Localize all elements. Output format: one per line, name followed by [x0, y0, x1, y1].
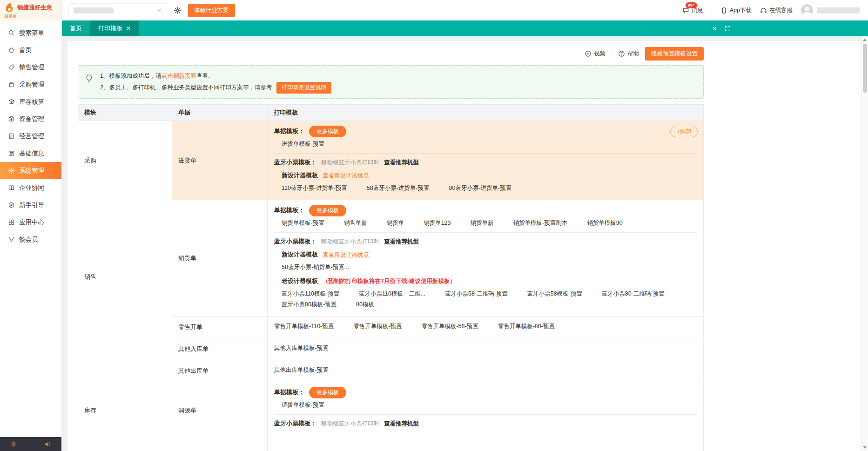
- sound-icon[interactable]: [44, 441, 51, 448]
- document-cell: 其他出库单: [172, 360, 268, 382]
- help-link[interactable]: 帮助: [618, 50, 639, 58]
- help-circle-icon: [618, 50, 625, 57]
- scrollbar[interactable]: [861, 36, 868, 451]
- help-label: 帮助: [627, 50, 639, 58]
- clipped-content-space: [274, 430, 697, 451]
- tabbar-actions: ✕: [712, 20, 731, 36]
- divider: [274, 232, 697, 233]
- sidebar-item-label: 应用中心: [19, 218, 44, 227]
- template-item[interactable]: 销货单模板-预置副本: [513, 219, 568, 227]
- doc-template-label: 单据模板：: [274, 388, 304, 397]
- template-list: 58蓝牙小票-销货单-预置...: [274, 261, 697, 275]
- print-scene-help-button[interactable]: 打印场景设置说明: [276, 82, 331, 94]
- template-item[interactable]: 零售开单模板-预置: [353, 323, 402, 330]
- template-item[interactable]: 零售开单模板-80-预置: [498, 323, 555, 330]
- user-menu[interactable]: [801, 4, 860, 16]
- sidebar-item-beginner-guide[interactable]: 新手引导: [0, 196, 61, 214]
- template-item[interactable]: 销售单新: [344, 219, 367, 227]
- column-header-module: 模块: [78, 105, 172, 121]
- sidebar-item-operations-management[interactable]: 经营管理: [0, 128, 61, 145]
- global-search-select[interactable]: [68, 3, 167, 17]
- quick-settings-gear-icon[interactable]: [174, 7, 182, 14]
- template-item[interactable]: 110蓝牙小票-进货单-预置: [282, 184, 347, 192]
- template-item[interactable]: 58蓝牙小票-进货单-预置: [367, 184, 430, 192]
- more-templates-button[interactable]: 更多模板: [309, 126, 346, 137]
- sidebar-item-member[interactable]: 畅会员: [0, 231, 61, 248]
- scrollbar-thumb[interactable]: [863, 44, 867, 93]
- template-item[interactable]: 80蓝牙小票-进货单-预置: [449, 184, 512, 192]
- sidebar-item-inventory-accounting[interactable]: 库存核算: [0, 93, 61, 110]
- video-link[interactable]: 视频: [585, 50, 606, 58]
- sidebar-item-system-management[interactable]: 系统管理: [0, 162, 61, 179]
- template-item[interactable]: 销货单: [387, 219, 404, 227]
- template-item[interactable]: 蓝牙小票110模板—二维...: [359, 290, 425, 298]
- notice-lines: 1、模板添加成功后，请点击刷新页面查看。 2、多员工、多打印机、多种业务类型设置…: [100, 70, 331, 94]
- template-item[interactable]: 零售开单模板-110-预置: [274, 323, 334, 330]
- tab-print-template[interactable]: 打印模板 ✕: [90, 20, 139, 36]
- template-item[interactable]: 蓝牙小票80模板-预置: [282, 301, 336, 309]
- tab-close-icon[interactable]: ✕: [126, 26, 131, 31]
- recommend-models-link[interactable]: 查看推荐机型: [384, 159, 419, 167]
- app-download-button[interactable]: App下载: [720, 7, 752, 14]
- template-list: 销货单模板-预置销售单新销货单销货单123销货单新销货单模板-预置副本销货单模板…: [274, 217, 697, 230]
- doc-template-label: 单据模板：: [274, 206, 304, 215]
- new-designer-benefits-link[interactable]: 查看新设计器优点: [323, 172, 369, 180]
- sidebar-item-label: 畅会员: [19, 236, 38, 244]
- template-list: 调拨单模板-预置: [274, 399, 697, 412]
- more-templates-button[interactable]: 更多模板: [309, 387, 346, 398]
- template-item[interactable]: 销货单模板90: [587, 219, 622, 227]
- sidebar: 畅捷通好生意 精易版 搜索菜单 首页 销售管理 采购管理 库存核算 资金管理: [0, 0, 62, 451]
- sidebar-item-basic-info[interactable]: 基础信息: [0, 145, 61, 162]
- recommend-models-link[interactable]: 查看推荐机型: [384, 238, 419, 246]
- template-item[interactable]: 蓝牙小票110模板-预置: [282, 290, 339, 298]
- sidebar-item-funds-management[interactable]: 资金管理: [0, 110, 61, 128]
- divider: [612, 51, 612, 57]
- sidebar-item-search-menu[interactable]: 搜索菜单: [0, 24, 61, 41]
- sidebar-item-sales-management[interactable]: 销售管理: [0, 59, 61, 76]
- sidebar-item-label: 企业协同: [19, 184, 44, 192]
- new-designer-benefits-link[interactable]: 查看新设计器优点: [323, 251, 369, 259]
- tabbar-close-icon[interactable]: ✕: [712, 26, 717, 32]
- template-item[interactable]: 蓝牙小票58模板-预置: [527, 290, 582, 298]
- recommend-models-link[interactable]: 查看推荐机型: [384, 420, 419, 428]
- fullscreen-icon[interactable]: [725, 26, 731, 32]
- messages-button[interactable]: 99+ 消息: [682, 7, 703, 14]
- template-list: 进货单模板-预置: [274, 138, 697, 151]
- template-item[interactable]: 80模板: [356, 301, 374, 309]
- template-item[interactable]: 其他入库单模板-预置: [274, 344, 329, 352]
- scroll-down-arrow[interactable]: [861, 444, 868, 451]
- template-item[interactable]: 蓝牙小票80-二维码-预置: [602, 290, 665, 298]
- template-item[interactable]: 销货单新: [471, 219, 494, 227]
- template-item[interactable]: 调拨单模板-预置: [282, 401, 324, 409]
- sidebar-item-home[interactable]: 首页: [0, 41, 61, 59]
- template-item[interactable]: 58蓝牙小票-销货单-预置...: [282, 263, 349, 271]
- video-label: 视频: [594, 50, 606, 58]
- list-icon: [8, 150, 15, 157]
- app-logo: 畅捷通好生意 精易版: [0, 0, 61, 20]
- scroll-up-arrow[interactable]: [861, 36, 868, 43]
- module-cell: 库存: [78, 382, 172, 451]
- settings-gear-icon[interactable]: [10, 441, 17, 447]
- hide-preset-template-button[interactable]: 隐藏预置模板设置: [645, 47, 704, 61]
- tab-label: 首页: [70, 24, 82, 33]
- sidebar-item-app-center[interactable]: 应用中心: [0, 214, 61, 231]
- sidebar-item-enterprise-collaboration[interactable]: 企业协同: [0, 179, 61, 196]
- template-item[interactable]: 进货单模板-预置: [282, 140, 324, 148]
- bluetooth-template-label: 蓝牙小票模板：: [274, 237, 316, 246]
- tab-home[interactable]: 首页: [62, 20, 90, 36]
- template-item[interactable]: 销货单模板-预置: [282, 219, 324, 227]
- sidebar-item-purchase-management[interactable]: 采购管理: [0, 76, 61, 93]
- more-templates-button[interactable]: 更多模板: [309, 205, 346, 216]
- chevron-down-icon: [156, 7, 162, 13]
- add-template-button[interactable]: +添加: [670, 126, 698, 137]
- notice-tip-2: 2、多员工、多打印机、多种业务类型设置不同打印方案等，请参考 打印场景设置说明: [100, 82, 331, 94]
- industry-solution-button[interactable]: 体验行业方案: [188, 4, 235, 17]
- template-item[interactable]: 零售开单模板-58-预置: [421, 323, 478, 330]
- sidebar-menu: 搜索菜单 首页 销售管理 采购管理 库存核算 资金管理 经营管理 基础信息: [0, 20, 61, 248]
- refresh-page-link[interactable]: 点击刷新页面: [161, 70, 196, 82]
- sidebar-item-label: 采购管理: [19, 81, 44, 89]
- online-service-button[interactable]: 在线客服: [760, 7, 793, 14]
- template-item[interactable]: 其他出库单模板-预置: [274, 366, 329, 374]
- template-item[interactable]: 销货单123: [424, 219, 451, 227]
- template-item[interactable]: 蓝牙小票58-二维码-预置: [445, 290, 508, 298]
